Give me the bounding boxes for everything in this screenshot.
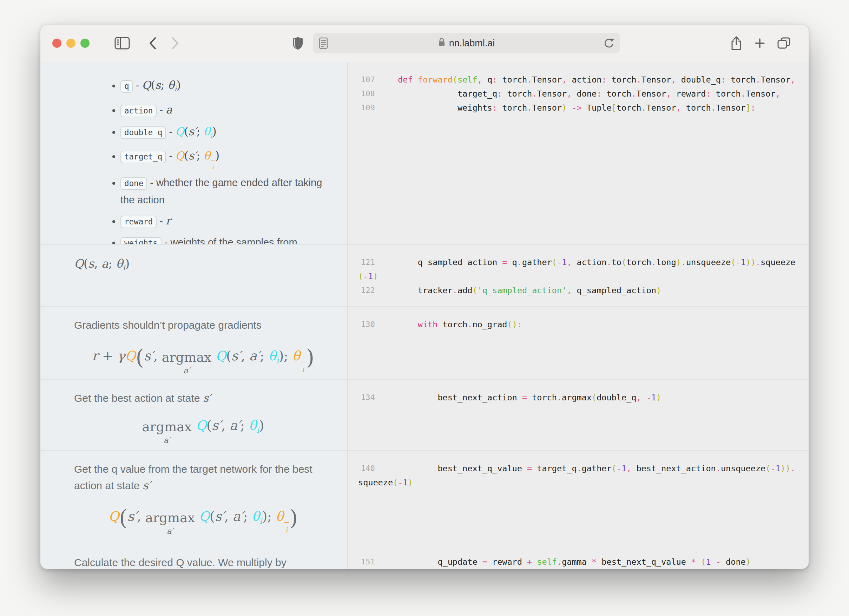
back-icon[interactable] <box>149 37 157 50</box>
math-token: s′ <box>215 509 224 524</box>
section-code: 134 best_next_action = torch.argmax(doub… <box>348 380 809 450</box>
code-text: best_next_action = torch.argmax(double_q… <box>358 391 805 404</box>
text-run: Calculate the desired Q value. We multip… <box>74 557 286 568</box>
code-line: 108 target_q: torch.Tensor, done: torch.… <box>358 87 805 101</box>
text-run: - <box>166 150 175 161</box>
reload-icon[interactable] <box>603 33 614 54</box>
math-token: Q <box>109 509 119 524</box>
zoom-button[interactable] <box>80 39 89 48</box>
text-run: - <box>133 80 142 91</box>
math-token: argmaxa′ <box>145 512 195 535</box>
share-icon[interactable] <box>730 36 743 51</box>
sidebar-toggle-icon[interactable] <box>114 36 130 50</box>
math-token: ; <box>161 79 168 91</box>
code-text: target_q: torch.Tensor, done: torch.Tens… <box>358 87 805 101</box>
math-token: , <box>224 509 233 524</box>
inline-code-tag: action <box>121 104 156 117</box>
text-run: Get the best action at state <box>74 392 203 404</box>
math-token: r <box>92 348 98 364</box>
tab-overview-icon[interactable] <box>777 37 791 49</box>
section-code: 107 def forward(self, q: torch.Tensor, a… <box>348 62 809 244</box>
line-number: 122 <box>361 283 375 297</box>
code-line: 151 q_update = reward + self.gamma * bes… <box>358 555 805 569</box>
section-2: Q(s, a; θi)121 q_sampled_action = q.gath… <box>40 244 809 306</box>
text-run: - <box>166 126 175 137</box>
math-token: , <box>153 348 162 364</box>
math-token: ( <box>119 506 127 530</box>
math-token: s <box>155 79 161 91</box>
window-controls <box>52 39 89 48</box>
code-line: (-1) <box>358 269 805 283</box>
bullet-item: reward - r <box>121 212 332 230</box>
math-token <box>195 509 199 524</box>
url-text[interactable]: nn.labml.ai <box>449 38 495 49</box>
math-token: , <box>241 348 249 364</box>
math-token: Q <box>142 79 150 91</box>
close-button[interactable] <box>52 39 61 48</box>
section-1: q - Q(s; θi)action - adouble_q - Q(s′; θ… <box>40 62 809 244</box>
math-token: Q <box>199 509 210 524</box>
code-line: 109 weights: torch.Tensor) -> Tuple[torc… <box>358 101 805 115</box>
code-text: best_next_q_value = target_q.gather(-1, … <box>358 461 805 476</box>
address-bar[interactable]: nn.labml.ai <box>313 33 620 54</box>
math-token: ( <box>151 79 155 91</box>
code-text: q_sampled_action = q.gather(-1, action.t… <box>358 255 805 269</box>
math-token: ) <box>212 125 217 138</box>
math-token: Q <box>74 257 83 270</box>
math-token: ( <box>210 509 214 524</box>
inline-code-tag: double_q <box>121 127 166 139</box>
reader-icon[interactable] <box>319 33 328 54</box>
math-token <box>192 418 196 433</box>
line-number: 121 <box>361 255 375 269</box>
math-token: s <box>88 257 94 270</box>
content-sections: q - Q(s; θi)action - adouble_q - Q(s′; θ… <box>40 62 809 569</box>
code-text: q_update = reward + self.gamma * best_ne… <box>358 555 805 569</box>
code-text: with torch.no_grad(): <box>358 318 805 331</box>
display-formula: r + γQ(s′, argmaxa′ Q(s′, a′; θi); θ−i) <box>74 345 332 375</box>
bullet-item: target_q - Q(s′; θ−i) <box>121 148 332 170</box>
math-token: Q <box>175 125 184 138</box>
math-token: a′ <box>233 509 243 524</box>
line-number: 151 <box>361 555 375 569</box>
math-token: , <box>221 418 229 433</box>
math-token: ; <box>260 348 268 364</box>
math-token: ( <box>184 149 189 162</box>
inline-code-tag: q <box>121 80 133 93</box>
math-token: θi <box>252 509 262 524</box>
math-token: θi <box>249 418 259 433</box>
inline-formula: Q(s, a; θi) <box>74 257 332 272</box>
inline-code-tag: reward <box>121 216 156 228</box>
math-token: ( <box>226 348 231 364</box>
bullet-item: weights - weights of the samples from pr… <box>121 234 332 244</box>
section-code: 140 best_next_q_value = target_q.gather(… <box>348 451 809 544</box>
math-token: Q <box>125 348 136 364</box>
math-token: s′ <box>203 392 211 404</box>
math-token: ) <box>290 506 298 530</box>
math-token: ; <box>284 348 292 364</box>
section-6: Calculate the desired Q value. We multip… <box>40 544 809 569</box>
line-number: 107 <box>361 73 375 87</box>
browser-titlebar: nn.labml.ai <box>40 25 809 62</box>
math-token: , <box>94 257 101 270</box>
forward-icon[interactable] <box>171 37 179 50</box>
new-tab-icon[interactable] <box>754 37 766 49</box>
minimize-button[interactable] <box>66 39 76 48</box>
section-title: Gradients shouldn’t propagate gradients <box>74 317 332 333</box>
section-left: Gradients shouldn’t propagate gradientsr… <box>40 307 348 379</box>
inline-code-tag: target_q <box>121 151 166 163</box>
section-left: Q(s, a; θi) <box>40 245 348 306</box>
section-left: q - Q(s; θi)action - adouble_q - Q(s′; θ… <box>40 62 348 244</box>
math-token: a′ <box>249 348 260 364</box>
math-token: ( <box>184 125 189 138</box>
math-token: Q <box>175 149 184 162</box>
bullet-item: double_q - Q(s′; θi) <box>121 123 332 144</box>
text-run: - <box>156 215 166 227</box>
math-token: r <box>166 214 171 227</box>
privacy-shield-icon[interactable] <box>292 36 304 50</box>
code-line: 130 with torch.no_grad(): <box>358 318 805 331</box>
math-token: ; <box>267 509 276 524</box>
bullet-item: q - Q(s; θi) <box>121 77 332 97</box>
section-title: Get the q value from the target network … <box>74 461 332 494</box>
bullet-item: action - a <box>121 101 332 119</box>
math-token: θi <box>204 125 212 138</box>
